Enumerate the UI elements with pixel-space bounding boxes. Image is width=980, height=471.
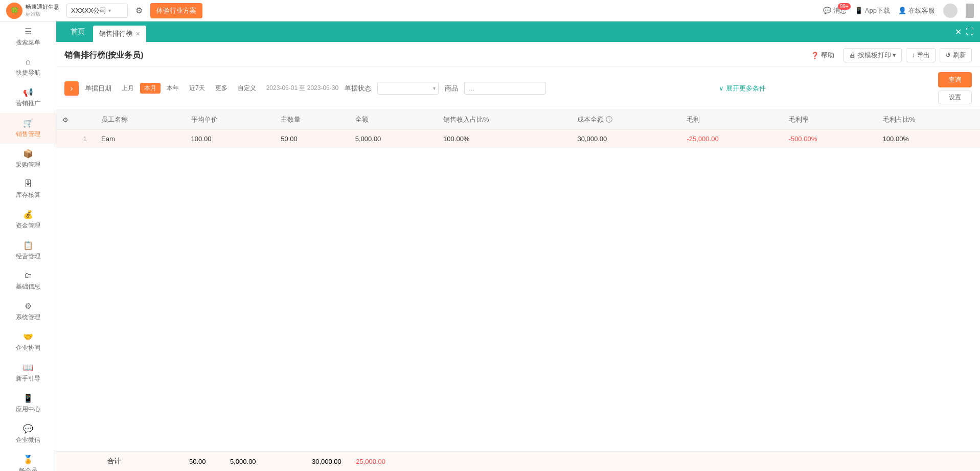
marketing-icon: 📢 bbox=[23, 87, 33, 97]
operations-icon: 📋 bbox=[23, 240, 33, 250]
sidebar-item-search-orders-label: 搜索菜单 bbox=[16, 38, 40, 47]
sidebar-item-app-center-label: 应用中心 bbox=[16, 405, 40, 414]
td-amount: 5,000.00 bbox=[349, 130, 437, 148]
export-icon: ↓ bbox=[911, 51, 915, 59]
date-range-display: 2023-06-01 至 2023-06-30 bbox=[266, 84, 338, 93]
notification-badge: 99+ bbox=[838, 3, 851, 10]
td-name: Eam bbox=[95, 130, 185, 148]
sidebar-item-system[interactable]: ⚙ 系统管理 bbox=[0, 296, 56, 327]
date-opt-7days[interactable]: 近7天 bbox=[185, 83, 209, 94]
filter-area: › 单据日期 上月 本月 本年 近7天 更多 自定义 2023-06-01 至 … bbox=[56, 67, 980, 110]
sidebar-item-member[interactable]: 🏅 畅会员 bbox=[0, 450, 56, 471]
export-button[interactable]: ↓ 导出 bbox=[906, 48, 936, 62]
sidebar-item-operations[interactable]: 📋 经营管理 bbox=[0, 235, 56, 266]
filter-collapse-toggle[interactable]: › bbox=[64, 81, 79, 96]
help-button[interactable]: ❓ 帮助 bbox=[806, 49, 839, 62]
company-select[interactable]: XXXXX公司 ▾ bbox=[66, 4, 128, 18]
table-body: 1 Eam 100.00 50.00 5,000.00 100.00% 30,0… bbox=[56, 130, 980, 148]
experience-button[interactable]: 体验行业方案 bbox=[150, 3, 202, 18]
sidebar-item-quick-nav[interactable]: ⌂ 快捷导航 bbox=[0, 52, 56, 82]
search-orders-icon: ☰ bbox=[25, 27, 32, 36]
td-row-settings bbox=[56, 130, 75, 148]
tab-close-window-icon[interactable]: ✕ bbox=[955, 27, 962, 37]
td-profit-ratio: 100.00% bbox=[877, 130, 980, 148]
company-settings-icon[interactable]: ⚙ bbox=[132, 4, 146, 18]
sidebar-item-wechat-label: 企业微信 bbox=[16, 436, 40, 444]
status-filter-label: 单据状态 bbox=[345, 84, 371, 93]
sidebar-item-inventory[interactable]: 🗄 库存核算 bbox=[0, 174, 56, 205]
query-button[interactable]: 查询 bbox=[938, 72, 972, 87]
top-bar-right: 💬 消息 99+ 📱 App下载 👤 在线客服 bbox=[823, 4, 974, 18]
td-cost: 30,000.00 bbox=[571, 130, 680, 148]
app-center-icon: 📱 bbox=[23, 393, 33, 403]
sidebar-item-enterprise-label: 企业协同 bbox=[16, 344, 40, 352]
footer-label: 合计 bbox=[101, 457, 142, 466]
template-print-label: 按模板打印 bbox=[858, 51, 891, 59]
goods-input[interactable]: ... bbox=[464, 82, 546, 95]
page-content: 销售排行榜(按业务员) ❓ 帮助 🖨 按模板打印 ▾ ↓ 导出 bbox=[56, 42, 980, 471]
template-print-arrow: ▾ bbox=[893, 51, 896, 59]
tab-close-icon[interactable]: ✕ bbox=[135, 31, 140, 37]
td-profit: -25,000.00 bbox=[680, 130, 782, 148]
template-print-button[interactable]: 🖨 按模板打印 ▾ bbox=[844, 48, 902, 62]
online-support-action[interactable]: 👤 在线客服 bbox=[898, 6, 935, 15]
tab-home[interactable]: 首页 bbox=[62, 21, 93, 42]
expand-more-btn[interactable]: ∨ 展开更多条件 bbox=[719, 84, 766, 93]
goods-placeholder: ... bbox=[469, 84, 474, 92]
date-opt-custom[interactable]: 自定义 bbox=[234, 83, 260, 94]
quick-nav-icon: ⌂ bbox=[26, 57, 31, 66]
help-label: 帮助 bbox=[821, 51, 834, 60]
date-options: 上月 本月 本年 近7天 更多 自定义 bbox=[118, 83, 260, 94]
page-header: 销售排行榜(按业务员) ❓ 帮助 🖨 按模板打印 ▾ ↓ 导出 bbox=[56, 42, 980, 67]
company-name: XXXXX公司 bbox=[71, 6, 106, 15]
sidebar-item-enterprise[interactable]: 🤝 企业协同 bbox=[0, 327, 56, 357]
sales-ranking-table: ⚙ 员工名称 平均单价 主数量 全额 销售收入占比% 成本全额 ⓘ 毛利 毛利率… bbox=[56, 110, 980, 148]
td-qty: 50.00 bbox=[275, 130, 349, 148]
sidebar-item-member-label: 畅会员 bbox=[19, 466, 37, 471]
sidebar-item-app-center[interactable]: 📱 应用中心 bbox=[0, 388, 56, 419]
date-opt-last-month[interactable]: 上月 bbox=[118, 83, 138, 94]
date-opt-this-month[interactable]: 本月 bbox=[140, 83, 161, 94]
app-download-action[interactable]: 📱 App下载 bbox=[855, 6, 890, 15]
tab-bar-right: ✕ ⛶ bbox=[955, 27, 974, 37]
tab-fullscreen-icon[interactable]: ⛶ bbox=[966, 27, 974, 37]
date-opt-more[interactable]: 更多 bbox=[211, 83, 232, 94]
th-amount: 全额 bbox=[349, 110, 437, 130]
tab-sales-ranking[interactable]: 销售排行榜 ✕ bbox=[93, 26, 146, 42]
td-sales-ratio: 100.00% bbox=[437, 130, 571, 148]
finance-icon: 💰 bbox=[23, 210, 33, 219]
app-download-icon: 📱 bbox=[855, 7, 863, 14]
top-bar: 🍀 畅康通好生意 标准版 XXXXX公司 ▾ ⚙ 体验行业方案 💬 消息 99+… bbox=[0, 0, 980, 21]
logo-sub: 标准版 bbox=[26, 11, 59, 18]
sidebar-item-guide[interactable]: 📖 新手引导 bbox=[0, 357, 56, 388]
sidebar-item-sales[interactable]: 🛒 销售管理 bbox=[0, 113, 56, 144]
sidebar-item-wechat[interactable]: 💬 企业微信 bbox=[0, 419, 56, 450]
table-footer: 合计 50.00 5,000.00 30,000.00 -25,000.00 bbox=[56, 451, 980, 471]
purchase-icon: 📦 bbox=[23, 149, 33, 159]
sidebar-item-purchase[interactable]: 📦 采购管理 bbox=[0, 144, 56, 174]
footer-amount: 5,000.00 bbox=[224, 458, 265, 465]
settings-filter-button[interactable]: 设置 bbox=[938, 91, 972, 104]
th-qty: 主数量 bbox=[275, 110, 349, 130]
refresh-button[interactable]: ↺ 刷新 bbox=[940, 48, 972, 62]
user-avatar[interactable] bbox=[943, 4, 958, 18]
member-icon: 🏅 bbox=[23, 455, 33, 464]
sidebar-item-finance[interactable]: 💰 资金管理 bbox=[0, 205, 56, 235]
sidebar-item-basic-info[interactable]: 🗂 基础信息 bbox=[0, 266, 56, 296]
th-avg-price: 平均单价 bbox=[185, 110, 275, 130]
logo-text: 畅康通好生意 bbox=[26, 3, 59, 10]
sidebar-item-purchase-label: 采购管理 bbox=[16, 161, 40, 169]
notification-area[interactable]: 💬 消息 99+ bbox=[823, 6, 847, 15]
th-profit-rate: 毛利率 bbox=[783, 110, 877, 130]
th-profit-ratio: 毛利占比% bbox=[877, 110, 980, 130]
tab-bar: 首页 销售排行榜 ✕ ✕ ⛶ bbox=[56, 21, 980, 42]
sidebar-item-search-orders[interactable]: ☰ 搜索菜单 bbox=[0, 21, 56, 52]
td-avg-price: 100.00 bbox=[185, 130, 275, 148]
support-icon: 👤 bbox=[898, 7, 906, 14]
status-select[interactable] bbox=[377, 82, 439, 95]
th-settings[interactable]: ⚙ bbox=[56, 110, 75, 130]
guide-icon: 📖 bbox=[23, 363, 33, 372]
sidebar-item-marketing[interactable]: 📢 营销推广 bbox=[0, 82, 56, 113]
date-opt-this-year[interactable]: 本年 bbox=[163, 83, 183, 94]
td-profit-rate: -500.00% bbox=[783, 130, 877, 148]
